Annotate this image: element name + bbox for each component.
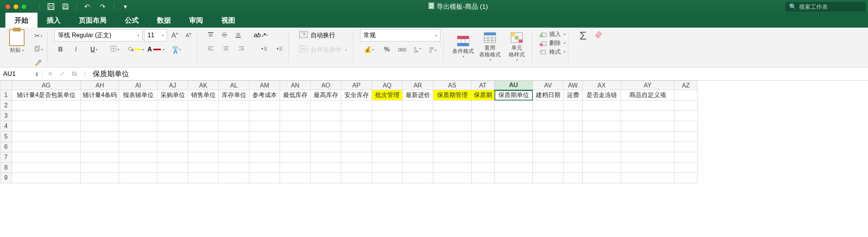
cell[interactable] xyxy=(563,163,583,173)
cell[interactable] xyxy=(403,132,433,142)
column-header[interactable]: AM xyxy=(249,81,280,90)
cell[interactable]: 最低库存 xyxy=(280,90,311,100)
minimize-window-icon[interactable] xyxy=(13,4,18,9)
paste-button[interactable]: 粘贴▾ xyxy=(5,29,28,54)
cell[interactable]: 保质期 xyxy=(472,90,495,100)
phonetic-button[interactable]: abcA▾ xyxy=(168,44,185,55)
cell[interactable] xyxy=(157,132,188,142)
cell[interactable] xyxy=(249,100,280,111)
cell[interactable]: 建档日期 xyxy=(533,90,563,100)
cell[interactable]: 最高库存 xyxy=(311,90,341,100)
fill-color-button[interactable]: ▾ xyxy=(126,44,144,55)
column-header[interactable]: AH xyxy=(81,81,119,90)
cell[interactable] xyxy=(495,173,533,183)
column-header[interactable]: AX xyxy=(583,81,621,90)
cell[interactable]: 商品自定义项 xyxy=(621,90,675,100)
column-header[interactable]: AT xyxy=(472,81,495,90)
autosave-icon[interactable] xyxy=(45,2,57,11)
tab-page-layout[interactable]: 页面布局 xyxy=(70,13,116,28)
cell[interactable]: 保质期单位 xyxy=(495,90,533,100)
cell[interactable] xyxy=(188,142,219,152)
tab-insert[interactable]: 插入 xyxy=(38,13,70,28)
column-header[interactable]: AO xyxy=(311,81,341,90)
cell[interactable] xyxy=(472,132,495,142)
tab-home[interactable]: 开始 xyxy=(5,13,38,28)
cell[interactable] xyxy=(403,100,433,111)
font-color-button[interactable]: A▾ xyxy=(147,44,165,55)
column-header[interactable]: AI xyxy=(119,81,157,90)
cell[interactable] xyxy=(533,132,563,142)
cell[interactable] xyxy=(219,152,249,163)
row-header[interactable]: 1 xyxy=(0,90,12,100)
cell[interactable] xyxy=(249,173,280,183)
cell[interactable] xyxy=(495,111,533,121)
cell[interactable] xyxy=(583,100,621,111)
cell[interactable] xyxy=(403,152,433,163)
cell[interactable] xyxy=(533,142,563,152)
cell[interactable] xyxy=(433,173,472,183)
cell[interactable] xyxy=(495,142,533,152)
increase-decimal-button[interactable]: .0.00 xyxy=(411,44,424,55)
cell[interactable] xyxy=(563,152,583,163)
cell[interactable] xyxy=(188,100,219,111)
cell[interactable] xyxy=(219,132,249,142)
column-header[interactable]: AN xyxy=(280,81,311,90)
name-box-stepper-icon[interactable]: ▲▼ xyxy=(35,71,39,77)
align-left-button[interactable] xyxy=(205,43,217,54)
format-painter-button[interactable] xyxy=(32,58,44,69)
confirm-formula-button[interactable]: ✓ xyxy=(60,70,65,78)
cell[interactable] xyxy=(219,163,249,173)
format-as-table-button[interactable]: 套用 表格格式▾ xyxy=(477,29,503,63)
cell[interactable] xyxy=(188,111,219,121)
cell[interactable] xyxy=(675,132,698,142)
column-header[interactable]: AP xyxy=(341,81,372,90)
customize-qat-icon[interactable]: ▾ xyxy=(120,2,131,11)
insert-cells-button[interactable]: 插入▾ xyxy=(539,31,565,38)
cell[interactable] xyxy=(403,111,433,121)
cell[interactable] xyxy=(188,163,219,173)
comma-style-button[interactable]: 000 xyxy=(396,44,408,55)
cell[interactable] xyxy=(219,100,249,111)
cell[interactable] xyxy=(157,121,188,132)
cell[interactable] xyxy=(675,111,698,121)
redo-icon[interactable]: ↷ xyxy=(97,2,108,11)
italic-button[interactable]: I xyxy=(70,44,82,55)
cell[interactable] xyxy=(280,121,311,132)
cell[interactable] xyxy=(621,163,675,173)
cell[interactable] xyxy=(157,163,188,173)
column-header[interactable]: AJ xyxy=(157,81,188,90)
cell[interactable] xyxy=(533,163,563,173)
zoom-window-icon[interactable] xyxy=(21,4,26,9)
cell[interactable] xyxy=(372,173,403,183)
wrap-text-button[interactable]: 自动换行 xyxy=(296,29,339,41)
autosum-button[interactable]: Σ xyxy=(575,29,591,42)
cell[interactable]: 辅计量4是否包装单位 xyxy=(12,90,81,100)
cell[interactable] xyxy=(81,173,119,183)
font-size-select[interactable]: 11▾ xyxy=(144,29,167,41)
column-header[interactable]: AG xyxy=(12,81,81,90)
cell[interactable] xyxy=(675,152,698,163)
cell[interactable] xyxy=(433,163,472,173)
cell[interactable] xyxy=(675,100,698,111)
tab-view[interactable]: 视图 xyxy=(212,13,244,28)
close-window-icon[interactable] xyxy=(5,4,10,9)
cell[interactable]: 参考成本 xyxy=(249,90,280,100)
cell[interactable] xyxy=(433,111,472,121)
cell[interactable] xyxy=(583,121,621,132)
cell[interactable] xyxy=(495,152,533,163)
decrease-indent-button[interactable] xyxy=(258,43,270,54)
cell[interactable]: 销售单位 xyxy=(188,90,219,100)
cell[interactable] xyxy=(675,163,698,173)
row-header[interactable]: 3 xyxy=(0,111,12,121)
cell-styles-button[interactable]: 单元 格样式▾ xyxy=(504,29,529,63)
cell[interactable] xyxy=(533,100,563,111)
cell[interactable] xyxy=(119,152,157,163)
cell[interactable] xyxy=(12,132,81,142)
cell[interactable] xyxy=(81,111,119,121)
orientation-button[interactable]: ab↗▾ xyxy=(252,29,270,41)
underline-button[interactable]: U▾ xyxy=(85,44,103,55)
cell[interactable]: 采购单位 xyxy=(157,90,188,100)
cell[interactable] xyxy=(433,152,472,163)
cell[interactable] xyxy=(12,152,81,163)
cell[interactable] xyxy=(341,173,372,183)
